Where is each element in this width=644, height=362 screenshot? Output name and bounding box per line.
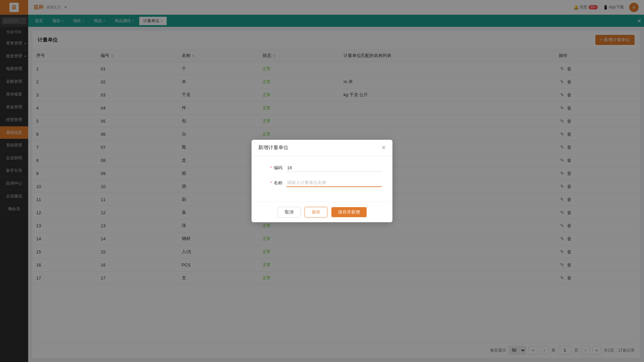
name-label: * 名称 bbox=[262, 180, 282, 186]
modal-header: 新增计量单位 ✕ bbox=[252, 140, 392, 156]
modal-overlay: 新增计量单位 ✕ * 编码 * 名称 取消 保存 保存并新增 bbox=[0, 0, 644, 362]
cancel-button[interactable]: 取消 bbox=[278, 207, 301, 218]
modal: 新增计量单位 ✕ * 编码 * 名称 取消 保存 保存并新增 bbox=[252, 140, 392, 222]
modal-body: * 编码 * 名称 bbox=[252, 156, 392, 202]
code-input[interactable] bbox=[286, 164, 382, 172]
code-form-row: * 编码 bbox=[262, 164, 382, 172]
name-input[interactable] bbox=[286, 179, 382, 187]
modal-close-button[interactable]: ✕ bbox=[381, 144, 386, 151]
code-label: * 编码 bbox=[262, 165, 282, 171]
modal-title: 新增计量单位 bbox=[258, 144, 288, 151]
name-form-row: * 名称 bbox=[262, 179, 382, 187]
modal-footer: 取消 保存 保存并新增 bbox=[252, 202, 392, 222]
save-button[interactable]: 保存 bbox=[305, 207, 327, 218]
save-and-new-button[interactable]: 保存并新增 bbox=[331, 207, 367, 217]
